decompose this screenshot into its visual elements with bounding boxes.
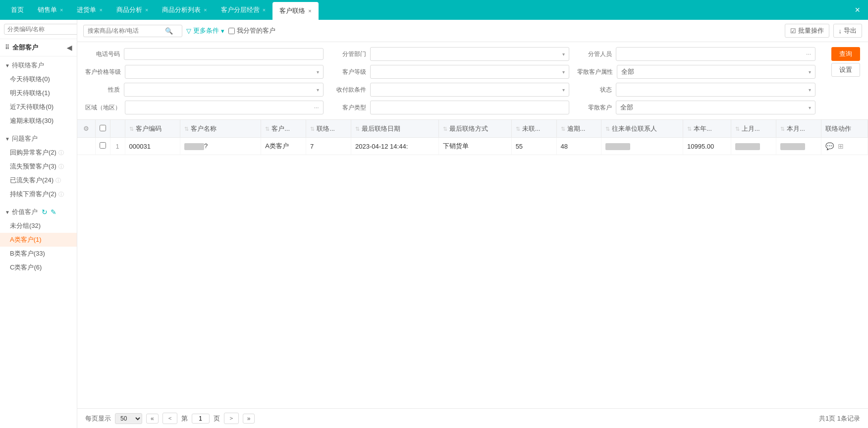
sort-icon-year: ⇅ [687, 126, 692, 132]
edit-value-icon[interactable]: ✎ [51, 208, 56, 216]
nav-tab-customer-tier[interactable]: 客户分层经营 × [214, 0, 272, 20]
filter-label-nature: 性质 [85, 86, 120, 94]
query-button[interactable]: 查询 [831, 47, 860, 61]
filter-cell-status: 状态 ▾ [577, 83, 823, 97]
info-icon-repurchase[interactable]: ⓘ [58, 149, 64, 157]
sidebar-item-churn-warning[interactable]: 流失预警客户(3) ⓘ [0, 160, 77, 173]
section-value-title[interactable]: ▼ 价值客户 ↻ ✎ [0, 205, 77, 219]
select-all-checkbox[interactable] [100, 125, 106, 131]
filter-select-payment[interactable]: ▾ [370, 83, 570, 97]
row-type-cell: A类客户 [261, 138, 306, 155]
col-last-way-header: ⇅最后联络方式 [438, 120, 511, 138]
extended-filter-panel: 电话号码 分管部门 ▾ 分管人员 [77, 42, 868, 120]
col-name-header: ⇅客户名称 [180, 120, 261, 138]
sidebar-search-input[interactable] [4, 24, 77, 35]
row-checkbox[interactable] [100, 142, 106, 149]
filter-search-box: 🔍 [83, 25, 182, 37]
sidebar-item-lost[interactable]: 已流失客户(24) ⓘ [0, 173, 77, 187]
sidebar-item-b-class[interactable]: B类客户(33) [0, 247, 77, 261]
filter-input-phone[interactable] [124, 48, 324, 60]
next-page-button[interactable]: ＞ [224, 413, 239, 424]
filter-search-icon[interactable]: 🔍 [165, 27, 173, 35]
close-product-list-tab[interactable]: × [204, 7, 207, 13]
refresh-value-icon[interactable]: ↻ [42, 208, 48, 216]
filter-select-customer-tier[interactable]: ▾ [370, 65, 570, 79]
close-customer-contact-tab[interactable]: × [308, 8, 311, 14]
filter-select-scatter[interactable]: 全部 ▾ [616, 101, 815, 114]
filter-select-price-tier[interactable]: ▾ [125, 65, 324, 79]
sidebar-item-c-class[interactable]: C类客户(6) [0, 261, 77, 274]
more-filters-button[interactable]: ▽ 更多条件 ▾ [186, 26, 224, 35]
sidebar: 🔍 ⠿ 全部客户 ◀ ▼ 待联络客户 今天待联络(0) 明天待联络(1) 近7天… [0, 20, 77, 428]
row-contact-cell: 7 [306, 138, 351, 155]
sort-icon-uncontacted: ⇅ [516, 126, 520, 132]
sidebar-item-7days[interactable]: 近7天待联络(0) [0, 100, 77, 114]
top-nav: 首页 销售单 × 进货单 × 商品分析 × 商品分析列表 × 客户分层经营 × … [0, 0, 868, 20]
nav-tab-sales[interactable]: 销售单 × [31, 0, 70, 20]
filter-label-scatter: 零散客户 [577, 104, 612, 112]
sort-icon: ⇅ [129, 126, 134, 132]
close-sales-tab[interactable]: × [60, 7, 63, 13]
message-action-icon[interactable]: 💬 [825, 142, 834, 150]
row-overdue-cell: 48 [556, 138, 601, 155]
section-value-customers: ▼ 价值客户 ↻ ✎ 未分组(32) A类客户(1) B类客户(33) C类客户… [0, 203, 77, 276]
grid-icon: ⠿ [5, 44, 9, 51]
row-num-cell: 1 [110, 138, 125, 155]
nav-tab-customer-contact[interactable]: 客户联络 × [272, 2, 318, 20]
page-size-select[interactable]: 50 100 200 [115, 413, 142, 424]
sidebar-item-unclassified[interactable]: 未分组(32) [0, 219, 77, 233]
filter-cell-scatter: 零散客户 全部 ▾ [577, 101, 823, 114]
filter-select-manager[interactable]: ··· [616, 47, 815, 61]
nav-tab-purchase[interactable]: 进货单 × [70, 0, 109, 20]
sidebar-item-declining[interactable]: 持续下滑客户(2) ⓘ [0, 187, 77, 201]
close-purchase-tab[interactable]: × [99, 7, 102, 13]
info-icon-churn-warning[interactable]: ⓘ [58, 163, 64, 170]
page-number-input[interactable] [192, 414, 210, 424]
section-pending-contact-title[interactable]: ▼ 待联络客户 [0, 58, 77, 72]
close-all-tabs[interactable]: × [851, 5, 864, 15]
info-icon-lost[interactable]: ⓘ [55, 177, 61, 184]
customer-table: ⚙ ⇅客户编码 ⇅客户名称 ⇅客户... ⇅联络... ⇅最后联络日期 ⇅最后联… [77, 120, 868, 155]
sidebar-item-tomorrow[interactable]: 明天待联络(1) [0, 86, 77, 100]
qr-action-icon[interactable]: ⊞ [838, 142, 844, 150]
sidebar-item-a-class[interactable]: A类客户(1) [0, 233, 77, 247]
prev-page-button[interactable]: ＜ [163, 413, 177, 424]
first-page-button[interactable]: « [146, 414, 159, 424]
export-button[interactable]: ↓ 导出 [833, 24, 863, 38]
sidebar-collapse-button[interactable]: ◀ [67, 44, 72, 52]
filter-select-customer-type[interactable] [370, 101, 570, 114]
col-gear: ⚙ [77, 120, 95, 138]
chevron-down-icon-5: ▾ [317, 87, 319, 93]
close-product-analysis-tab[interactable]: × [145, 7, 148, 13]
last-page-button[interactable]: » [243, 414, 255, 424]
all-customers-label: 全部客户 [12, 43, 38, 52]
info-icon-declining[interactable]: ⓘ [58, 191, 64, 198]
row-this-year-cell: 10995.00 [683, 138, 731, 155]
filter-select-region[interactable]: ··· [125, 101, 324, 114]
chevron-down-icon-2: ▾ [317, 69, 319, 75]
col-last-month-header: ⇅上月... [731, 120, 776, 138]
batch-op-button[interactable]: ☑ 批量操作 [785, 24, 829, 38]
nav-home[interactable]: 首页 [4, 0, 31, 20]
nav-tab-product-list[interactable]: 商品分析列表 × [155, 0, 214, 20]
filter-select-status[interactable]: ▾ [616, 83, 815, 97]
filter-select-dept[interactable]: ▾ [370, 47, 570, 61]
sidebar-item-overdue[interactable]: 逾期未联络(30) [0, 114, 77, 128]
value-arrow-icon: ▼ [5, 210, 10, 215]
nav-tab-product-analysis[interactable]: 商品分析 × [109, 0, 155, 20]
filter-label-customer-tier: 客户等级 [331, 68, 366, 76]
last-way-link[interactable]: 下销货单 [443, 142, 469, 150]
filter-select-scatter-attr[interactable]: 全部 ▾ [617, 65, 815, 79]
section-problem-title[interactable]: ▼ 问题客户 [0, 132, 77, 146]
close-customer-tier-tab[interactable]: × [263, 7, 266, 13]
my-customer-checkbox[interactable] [228, 28, 235, 34]
sidebar-item-repurchase-abnormal[interactable]: 回购异常客户(2) ⓘ [0, 146, 77, 160]
filter-select-nature[interactable]: ▾ [124, 83, 324, 97]
settings-button[interactable]: 设置 [831, 63, 860, 77]
filter-search-input[interactable] [88, 27, 162, 34]
filter-label-region: 区域（地区） [85, 104, 121, 112]
table-settings-button[interactable]: ⚙ [82, 124, 90, 133]
filter-label-price-tier: 客户价格等级 [85, 68, 121, 76]
sidebar-item-today[interactable]: 今天待联络(0) [0, 72, 77, 86]
filter-cell-nature: 性质 ▾ [85, 83, 331, 97]
